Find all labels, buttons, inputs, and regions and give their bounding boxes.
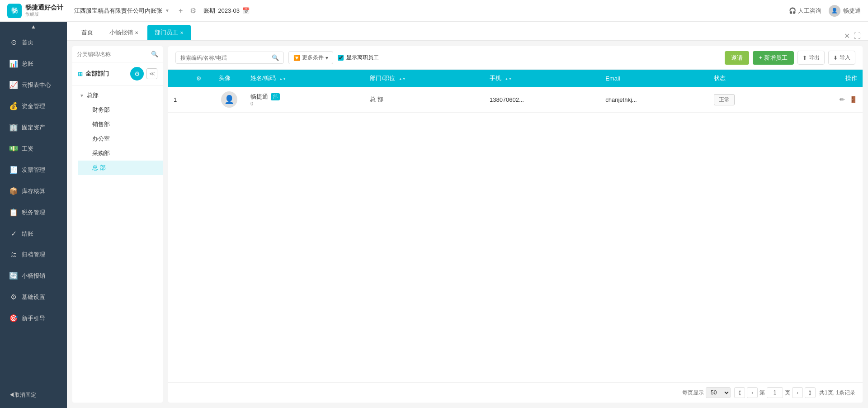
per-page-select[interactable]: 10 20 50 100 — [706, 387, 731, 398]
sidebar-item-ledger[interactable]: 📊 总账 — [0, 53, 67, 74]
show-resigned-checkbox[interactable] — [338, 55, 344, 61]
column-settings-icon[interactable]: ⚙ — [196, 75, 202, 82]
edit-button[interactable]: ✏ — [840, 96, 845, 103]
dept-item-sales[interactable]: 销售部 — [78, 117, 163, 132]
total-records-label: 共1页, 1条记录 — [819, 389, 855, 397]
tab-xiaochang[interactable]: 小畅报销 ✕ — [102, 25, 146, 40]
person-icon: 👤 — [224, 95, 234, 104]
sidebar-item-salary[interactable]: 💵 工资 — [0, 138, 67, 159]
content-area: 首页 小畅报销 ✕ 部门员工 ✕ ✕ ⛶ 🔍 — [67, 22, 868, 408]
calendar-icon[interactable]: 📅 — [242, 7, 250, 14]
tab-xiaochang-close[interactable]: ✕ — [135, 30, 138, 35]
sidebar-item-archive[interactable]: 🗂 归档管理 — [0, 244, 67, 265]
dept-badge: 部 — [271, 93, 280, 100]
close-all-icon[interactable]: ✕ — [844, 32, 850, 40]
company-name: 江西服宝精品有限责任公司内账张 — [74, 7, 162, 15]
sidebar-item-fixed[interactable]: 🏢 固定资产 — [0, 117, 67, 138]
show-resigned-label[interactable]: 显示离职员工 — [338, 54, 379, 62]
tab-home-label: 首页 — [81, 28, 93, 37]
sidebar-label-guide: 新手引导 — [22, 314, 45, 323]
salary-icon: 💵 — [9, 144, 18, 153]
dept-tree: ▼ 总部 财务部 销售部 办公室 采购 — [72, 85, 163, 403]
dept-search-input[interactable] — [77, 51, 148, 57]
col-dept[interactable]: 部门/职位 ▲▼ — [364, 70, 484, 87]
table-row: 1 👤 — [168, 87, 863, 113]
dept-label-sales: 销售部 — [92, 120, 110, 128]
sidebar: ▲ ⊙ 首页 📊 总账 📈 云报表中心 💰 资金管理 🏢 固定资产 💵 工资 🧾… — [0, 22, 67, 408]
cell-dept: 总 部 — [364, 87, 484, 113]
col-actions: 操作 — [789, 70, 863, 87]
sidebar-item-basic[interactable]: ⚙ 基础设置 — [0, 286, 67, 308]
add-tab-button[interactable]: + — [179, 7, 183, 15]
dept-panel: 🔍 ⊞ 全部部门 ⚙ ≪ ▼ 总部 — [72, 46, 163, 403]
dept-collapse-button[interactable]: ≪ — [146, 68, 157, 79]
inventory-icon: 📦 — [9, 187, 18, 195]
sidebar-label-basic: 基础设置 — [22, 293, 45, 301]
page-number-input[interactable] — [767, 387, 783, 398]
page-navigation: ⟪ ‹ 第 页 › ⟫ — [734, 387, 816, 398]
dept-header: ⊞ 全部部门 ⚙ ≪ — [72, 62, 163, 85]
sidebar-label-home: 首页 — [22, 38, 33, 47]
status-badge: 正常 — [714, 94, 735, 105]
employee-search-input[interactable] — [180, 55, 269, 61]
dept-label-finance: 财务部 — [92, 106, 110, 114]
tab-dept-close[interactable]: ✕ — [180, 30, 184, 35]
invite-button[interactable]: 邀请 — [725, 51, 749, 65]
sidebar-label-fund: 资金管理 — [22, 102, 45, 110]
sidebar-item-home[interactable]: ⊙ 首页 — [0, 32, 67, 53]
tax-icon: 📋 — [9, 208, 18, 217]
invoice-icon: 🧾 — [9, 166, 18, 174]
sidebar-item-xiaochang[interactable]: 🔄 小畅报销 — [0, 265, 67, 286]
sidebar-item-guide[interactable]: 🎯 新手引导 — [0, 308, 67, 329]
sidebar-label-fixed: 固定资产 — [22, 123, 45, 132]
sidebar-label-xiaochang: 小畅报销 — [22, 272, 45, 280]
sidebar-item-invoice[interactable]: 🧾 发票管理 — [0, 159, 67, 180]
dept-item-purchase[interactable]: 采购部 — [78, 146, 163, 161]
tab-dept-employee[interactable]: 部门员工 ✕ — [147, 25, 191, 40]
home-icon: ⊙ — [9, 38, 18, 47]
grid-icon: ⊞ — [78, 71, 83, 77]
toolbar-right: 邀请 + 新增员工 ⬆ 导出 ⬇ 导入 — [725, 51, 855, 65]
support-button[interactable]: 🎧 人工咨询 — [789, 7, 821, 15]
sidebar-item-closing[interactable]: ✓ 结账 — [0, 223, 67, 244]
first-page-button[interactable]: ⟪ — [734, 387, 745, 398]
per-page-area: 每页显示 10 20 50 100 — [682, 387, 731, 398]
next-page-button[interactable]: › — [792, 387, 803, 398]
employee-table: ⚙ 头像 姓名/编码 ▲▼ 部门/职位 — [168, 70, 863, 113]
dept-item-root[interactable]: ▼ 总部 — [72, 88, 163, 103]
employee-toolbar: 🔍 🔽 更多条件 ▾ 显示离职员工 邀请 + 新增员工 — [168, 46, 863, 70]
prev-page-button[interactable]: ‹ — [747, 387, 758, 398]
col-settings[interactable]: ⚙ — [191, 70, 213, 87]
closing-icon: ✓ — [9, 229, 18, 238]
user-area[interactable]: 👤 畅捷通 — [829, 5, 861, 17]
sidebar-scroll-up[interactable]: ▲ — [0, 22, 67, 32]
dept-search-icon[interactable]: 🔍 — [151, 51, 158, 57]
col-phone[interactable]: 手机 ▲▼ — [484, 70, 600, 87]
search-icon[interactable]: 🔍 — [272, 54, 279, 61]
col-name[interactable]: 姓名/编码 ▲▼ — [245, 70, 364, 87]
dept-item-finance[interactable]: 财务部 — [78, 103, 163, 117]
dept-item-office[interactable]: 办公室 — [78, 132, 163, 146]
add-employee-button[interactable]: + 新增员工 — [753, 51, 794, 65]
last-page-button[interactable]: ⟫ — [805, 387, 816, 398]
sidebar-item-reports[interactable]: 📈 云报表中心 — [0, 74, 67, 95]
export-button[interactable]: ⬆ 导出 — [797, 51, 825, 65]
import-button[interactable]: ⬇ 导入 — [828, 51, 855, 65]
delete-button[interactable]: 🚪 — [849, 96, 857, 103]
tab-home[interactable]: 首页 — [74, 25, 100, 40]
sidebar-item-tax[interactable]: 📋 税务管理 — [0, 202, 67, 223]
filter-button[interactable]: 🔽 更多条件 ▾ — [288, 51, 333, 64]
top-header: 畅 畅捷通好会计 旗舰版 江西服宝精品有限责任公司内账张 ▼ + ⚙ 账期 20… — [0, 0, 868, 22]
employee-avatar: 👤 — [221, 91, 237, 108]
table-header-row: ⚙ 头像 姓名/编码 ▲▼ 部门/职位 — [168, 70, 863, 87]
settings-icon[interactable]: ⚙ — [190, 6, 196, 15]
sidebar-item-fund[interactable]: 💰 资金管理 — [0, 95, 67, 117]
dept-children: 财务部 销售部 办公室 采购部 总 部 — [72, 103, 163, 175]
expand-icon[interactable]: ⛶ — [854, 32, 861, 40]
dept-settings-button[interactable]: ⚙ — [130, 67, 144, 81]
company-selector[interactable]: 江西服宝精品有限责任公司内账张 ▼ — [74, 7, 170, 15]
employee-search-box: 🔍 — [175, 52, 284, 64]
dept-item-general[interactable]: 总 部 — [78, 161, 163, 175]
sidebar-item-inventory[interactable]: 📦 库存核算 — [0, 180, 67, 202]
cancel-fixed-button[interactable]: ◀取消固定 — [0, 387, 67, 403]
